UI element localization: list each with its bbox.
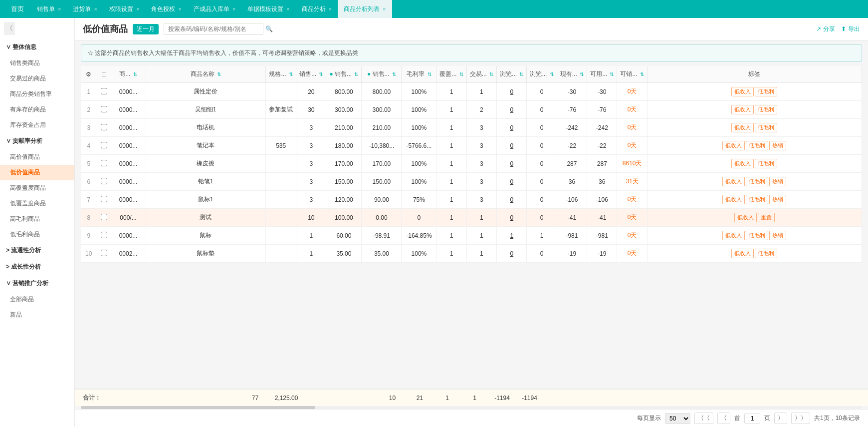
sidebar-item-low-coverage[interactable]: 低覆盖度商品 [0, 196, 74, 211]
cell-checkbox[interactable] [97, 173, 111, 191]
row-checkbox[interactable] [101, 178, 107, 184]
cell-tags: 低收入低毛利 [647, 119, 862, 137]
sidebar-group-circulation[interactable]: > 流通性分析 [0, 242, 74, 259]
sidebar-item-sales-products[interactable]: 销售类商品 [0, 55, 74, 71]
cell-checkbox[interactable] [97, 83, 111, 101]
cell-name: 笔记本 [146, 137, 266, 155]
browse-link[interactable]: 0 [510, 160, 513, 167]
row-checkbox[interactable] [101, 196, 107, 202]
browse-link[interactable]: 0 [510, 196, 513, 203]
cell-checkbox[interactable] [97, 191, 111, 209]
cell-days: 0天 [617, 191, 647, 209]
cell-num: 4 [81, 137, 97, 155]
sidebar-item-high-value[interactable]: 高价值商品 [0, 149, 74, 165]
sidebar-item-inventory-capital[interactable]: 库存资金占用 [0, 117, 74, 133]
date-range-tag[interactable]: 近一月 [133, 24, 159, 34]
close-permissions[interactable]: × [136, 6, 139, 12]
cell-browse1[interactable]: 0 [497, 173, 527, 191]
first-page-btn[interactable]: 〈〈 [694, 413, 713, 424]
cell-stock1: -106 [557, 191, 587, 209]
nav-product-inbound[interactable]: 产成品入库单 × [188, 0, 241, 18]
next-page-btn[interactable]: 〉 [774, 413, 787, 424]
per-page-select[interactable]: 50 20 100 [665, 413, 690, 424]
share-button[interactable]: ↗ 分享 [816, 25, 835, 33]
cell-browse1[interactable]: 0 [497, 83, 527, 101]
row-checkbox[interactable] [101, 124, 107, 130]
search-input[interactable] [164, 23, 263, 35]
row-checkbox[interactable] [101, 160, 107, 166]
cell-browse1[interactable]: 0 [497, 137, 527, 155]
nav-home[interactable]: 首页 [4, 0, 31, 18]
cell-browse1[interactable]: 0 [497, 101, 527, 119]
browse-link[interactable]: 0 [510, 250, 513, 257]
sidebar-group-marketing[interactable]: ∨ 营销推广分析 [0, 275, 74, 292]
cell-checkbox[interactable] [97, 209, 111, 227]
close-sales-order[interactable]: × [58, 6, 61, 12]
col-settings[interactable]: ⚙ [81, 66, 97, 83]
sidebar-item-stocked-products[interactable]: 有库存的商品 [0, 102, 74, 117]
sidebar-item-category-sales-rate[interactable]: 商品分类销售率 [0, 86, 74, 102]
export-button[interactable]: ⬆ 导出 [841, 25, 860, 33]
close-purchase-order[interactable]: × [94, 6, 97, 12]
last-page-btn[interactable]: 〉〉 [791, 413, 810, 424]
cell-checkbox[interactable] [97, 137, 111, 155]
current-page-input[interactable] [744, 414, 760, 424]
nav-sales-order[interactable]: 销售单 × [31, 0, 67, 18]
close-product-analysis[interactable]: × [329, 6, 332, 12]
browse-link[interactable]: 0 [510, 106, 513, 113]
cell-num: 8 [81, 209, 97, 227]
browse-link[interactable]: 0 [510, 124, 513, 131]
cell-browse1[interactable]: 0 [497, 245, 527, 263]
row-checkbox[interactable] [101, 232, 107, 238]
close-product-analysis-list[interactable]: × [383, 6, 386, 12]
cell-checkbox[interactable] [97, 101, 111, 119]
sidebar-item-new-products[interactable]: 新品 [0, 307, 74, 323]
close-product-inbound[interactable]: × [232, 6, 235, 12]
cell-browse2: 0 [527, 137, 557, 155]
sidebar-collapse-btn[interactable]: 《 [4, 22, 15, 35]
nav-template-settings[interactable]: 单据模板设置 × [241, 0, 295, 18]
row-checkbox[interactable] [101, 214, 107, 220]
nav-roles[interactable]: 角色授权 × [145, 0, 187, 18]
browse-link[interactable]: 0 [510, 178, 513, 185]
cell-checkbox[interactable] [97, 227, 111, 245]
browse-link[interactable]: 0 [510, 88, 513, 95]
close-roles[interactable]: × [178, 6, 181, 12]
row-checkbox[interactable] [101, 106, 107, 112]
search-icon[interactable]: 🔍 [265, 25, 273, 32]
row-checkbox[interactable] [101, 88, 107, 94]
sidebar-item-low-profit[interactable]: 低毛利商品 [0, 227, 74, 242]
close-template-settings[interactable]: × [286, 6, 289, 12]
cell-sales3: -10,380... [362, 137, 402, 155]
cell-browse1[interactable]: 0 [497, 209, 527, 227]
sidebar-group-growth[interactable]: > 成长性分析 [0, 259, 74, 275]
table-container[interactable]: ⚙ ☐ 商... ⇅ 商品名称 ⇅ 规格... ⇅ 销售... ⇅ ● 销售..… [75, 66, 868, 389]
sidebar-item-low-value[interactable]: 低价值商品 [0, 165, 74, 180]
sidebar-item-all-products[interactable]: 全部商品 [0, 292, 74, 307]
sidebar-item-high-profit[interactable]: 高毛利商品 [0, 211, 74, 227]
nav-purchase-order[interactable]: 进货单 × [67, 0, 103, 18]
cell-browse1[interactable]: 0 [497, 191, 527, 209]
nav-permissions[interactable]: 权限设置 × [103, 0, 145, 18]
tag-badge: 热销 [769, 177, 786, 186]
cell-checkbox[interactable] [97, 245, 111, 263]
cell-browse1[interactable]: 0 [497, 155, 527, 173]
row-checkbox[interactable] [101, 250, 107, 256]
sidebar-item-high-coverage[interactable]: 高覆盖度商品 [0, 180, 74, 196]
prev-page-btn[interactable]: 〈 [717, 413, 730, 424]
browse-link[interactable]: 1 [510, 232, 513, 239]
col-checkbox[interactable]: ☐ [97, 66, 111, 83]
cell-code: 0002... [111, 245, 146, 263]
nav-product-analysis-list[interactable]: 商品分析列表 × [338, 0, 392, 18]
sidebar-group-overall[interactable]: ∨ 整体信息 [0, 39, 74, 55]
cell-browse1[interactable]: 1 [497, 227, 527, 245]
cell-checkbox[interactable] [97, 155, 111, 173]
cell-browse1[interactable]: 0 [497, 119, 527, 137]
sidebar-group-contribution[interactable]: ∨ 贡献率分析 [0, 133, 74, 149]
row-checkbox[interactable] [101, 142, 107, 148]
nav-product-analysis[interactable]: 商品分析 × [296, 0, 338, 18]
browse-link[interactable]: 0 [510, 214, 513, 221]
sidebar-item-traded-products[interactable]: 交易过的商品 [0, 71, 74, 86]
browse-link[interactable]: 0 [510, 142, 513, 149]
cell-checkbox[interactable] [97, 119, 111, 137]
